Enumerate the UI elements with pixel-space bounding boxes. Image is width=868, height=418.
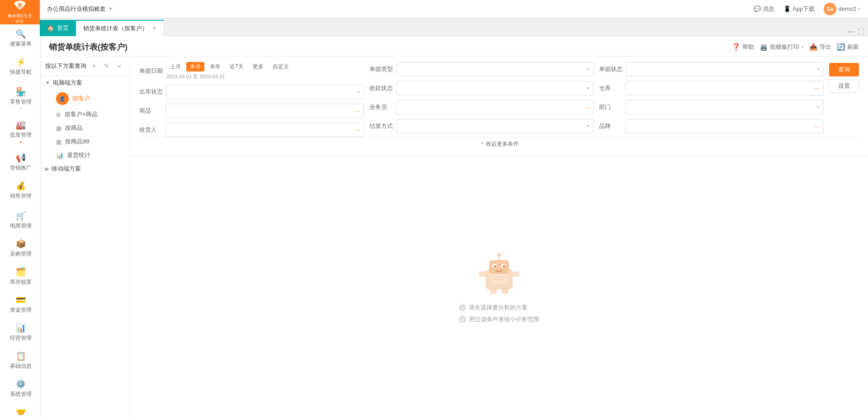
collapse-label: 收起更多条件 — [486, 140, 519, 148]
dept-control[interactable]: ▾ — [625, 100, 824, 114]
left-panel-title: 按以下方案查询 — [45, 62, 86, 70]
brand-control[interactable]: ··· — [625, 119, 824, 133]
print-label: 按模板打印 — [770, 43, 799, 51]
sidebar-item-retail-label: 零售管理 — [10, 98, 32, 106]
app-download-label: App下载 — [793, 5, 815, 13]
filter-doc-status: 单据状态 ▾ — [599, 62, 824, 76]
print-dropdown-icon: ▾ — [801, 44, 804, 50]
sidebar-item-ecom[interactable]: 🛒 电商管理 — [0, 206, 40, 234]
date-tabs: 上月 本月 本年 近7天 更多 自定义 — [166, 62, 364, 71]
user-profile[interactable]: Ea demo2 ▾ — [824, 3, 861, 15]
salesperson-dots-icon[interactable]: ··· — [585, 104, 590, 111]
tree-item-goods99-label: 按商品99 — [65, 138, 89, 146]
tree-item-return-stats[interactable]: 📊 退货统计 — [40, 148, 130, 162]
collapse-bar[interactable]: ⌃ 收起更多条件 — [139, 137, 859, 151]
enterprise-icon: 🤝 — [16, 407, 26, 417]
message-btn[interactable]: 💬 消息 — [754, 5, 774, 13]
print-btn[interactable]: 🖨️ 按模板打印 ▾ — [760, 43, 804, 51]
sidebar-item-marketing[interactable]: 📢 营销推广 — [0, 148, 40, 176]
receiver-control[interactable]: ··· — [165, 123, 364, 137]
filter-warehouse: 仓库 ··· — [599, 81, 824, 95]
date-tab-lastmonth[interactable]: 上月 — [166, 62, 184, 71]
basic-icon: 📋 — [16, 351, 26, 361]
tree-item-goods99[interactable]: ▦ 按商品99 — [40, 135, 130, 148]
tree-item-goods[interactable]: ▦ 按商品 — [40, 121, 130, 135]
filter-col-3: 单据状态 ▾ 仓库 ··· — [599, 62, 824, 137]
sidebar-item-retail[interactable]: 🏪 零售管理 ▾ — [0, 82, 40, 115]
doc-type-control[interactable]: ▾ — [396, 62, 594, 76]
sidebar-item-wholesale[interactable]: 🏭 批发管理 ▴ — [0, 115, 40, 148]
doc-status-control[interactable]: ▾ — [626, 62, 824, 76]
wholesale-icon: 🏭 — [16, 120, 26, 130]
refresh-btn[interactable]: 🔄 刷新 — [837, 43, 859, 51]
tree-section-desktop[interactable]: ▼ 电脑端方案 — [40, 76, 130, 90]
retail-icon: 🏪 — [16, 87, 26, 97]
filter-payment-status: 收款状态 ▾ — [369, 81, 594, 95]
svg-rect-14 — [491, 274, 507, 284]
sidebar-item-inventory[interactable]: 🗂️ 库存核算 — [0, 262, 40, 290]
receiver-dots-icon[interactable]: ··· — [354, 126, 360, 133]
sidebar-item-finance[interactable]: 💳 资金管理 — [0, 290, 40, 318]
empty-svg — [472, 251, 526, 296]
add-scheme-btn[interactable]: ＋ — [89, 61, 99, 71]
empty-illustration — [472, 251, 526, 296]
tab-close-icon[interactable]: ✕ — [152, 25, 156, 31]
sidebar-item-search[interactable]: 🔍 搜索菜单 — [0, 24, 40, 52]
warehouse-control[interactable]: ··· — [625, 81, 824, 95]
app-download-btn[interactable]: 📱 App下载 — [783, 5, 815, 13]
tip-text-2: 用过滤条件来缩小分析范围 — [469, 315, 539, 323]
sidebar-item-enterprise[interactable]: 🤝 企业协同 — [0, 403, 40, 418]
tab-home[interactable]: 🏠 首页 — [40, 20, 76, 36]
ecom-icon: 🛒 — [16, 211, 26, 221]
export-label: 导出 — [820, 43, 831, 51]
doc-status-label: 单据状态 — [599, 65, 623, 73]
sidebar-item-sales[interactable]: 💰 销售管理 — [0, 176, 40, 204]
payment-status-control[interactable]: ▾ — [396, 81, 594, 95]
sidebar-item-operations[interactable]: 📊 经营管理 — [0, 318, 40, 347]
tree-section-mobile[interactable]: ▶ 移动端方案 — [40, 162, 130, 176]
tab-minimize-icon[interactable]: — — [847, 28, 854, 36]
svg-rect-13 — [502, 287, 508, 294]
export-btn[interactable]: 📤 导出 — [809, 43, 831, 51]
export-icon: 📤 — [809, 43, 818, 51]
warehouse-dots-icon[interactable]: ··· — [814, 85, 820, 92]
date-tab-7days[interactable]: 近7天 — [226, 62, 247, 71]
tree-item-customer-goods[interactable]: ⊞ 按客户+商品 — [40, 108, 130, 121]
out-status-label: 出库状态 — [139, 88, 163, 96]
warehouse-label: 仓库 — [599, 84, 622, 92]
date-tab-more[interactable]: 更多 — [249, 62, 267, 71]
sidebar-item-basic[interactable]: 📋 基础信息 — [0, 347, 40, 375]
help-btn[interactable]: ❓ 帮助 — [732, 43, 754, 51]
goods-control[interactable]: ··· — [165, 104, 364, 118]
settings-button[interactable]: 设置 — [829, 79, 859, 93]
date-tab-thismonth[interactable]: 本月 — [186, 62, 204, 71]
sidebar-item-system[interactable]: ⚙️ 系统管理 — [0, 375, 40, 403]
query-button[interactable]: 查询 — [829, 63, 859, 76]
sidebar-item-purchase[interactable]: 📦 采购管理 — [0, 234, 40, 262]
salesperson-control[interactable]: ··· — [396, 100, 594, 114]
doc-type-dropdown-icon: ▾ — [587, 66, 590, 72]
doc-type-label: 单据类型 — [369, 65, 393, 73]
edit-scheme-btn[interactable]: ✎ — [102, 61, 112, 71]
date-tab-custom[interactable]: 自定义 — [269, 62, 292, 71]
tabs-bar: 🏠 首页 销货单统计表（按客户） ✕ — ⛶ — [40, 18, 868, 36]
collapse-panel-btn[interactable]: « — [114, 61, 124, 71]
goods-dots-icon[interactable]: ··· — [354, 107, 360, 114]
empty-state: 1 请先选择要分析的方案 2 用过滤条件来缩小分析范围 — [130, 157, 868, 418]
settlement-control[interactable]: ▾ — [396, 119, 594, 133]
tree-item-customer[interactable]: 👤 按客户 — [40, 90, 130, 108]
topbar-dropdown-icon[interactable]: ▾ — [109, 6, 112, 12]
tab-sales-stats[interactable]: 销货单统计表（按客户） ✕ — [76, 20, 164, 36]
out-status-control[interactable]: ▾ — [166, 85, 364, 99]
payment-status-label: 收款状态 — [369, 84, 393, 92]
sidebar: 畅捷通好生意 标版 🔍 搜索菜单 ⚡ 快捷导航 🏪 零售管理 ▾ 🏭 批发管理 … — [0, 0, 40, 418]
tab-maximize-icon[interactable]: ⛶ — [858, 28, 864, 35]
logo-icon — [13, 0, 27, 13]
date-tab-thisyear[interactable]: 本年 — [206, 62, 224, 71]
svg-rect-11 — [511, 271, 519, 277]
print-icon: 🖨️ — [760, 43, 768, 51]
brand-dots-icon[interactable]: ··· — [814, 123, 820, 130]
tip-number-2: 2 — [459, 316, 466, 323]
sidebar-item-quick[interactable]: ⚡ 快捷导航 — [0, 52, 40, 81]
tree-item-customer-label: 按客户 — [72, 95, 90, 103]
